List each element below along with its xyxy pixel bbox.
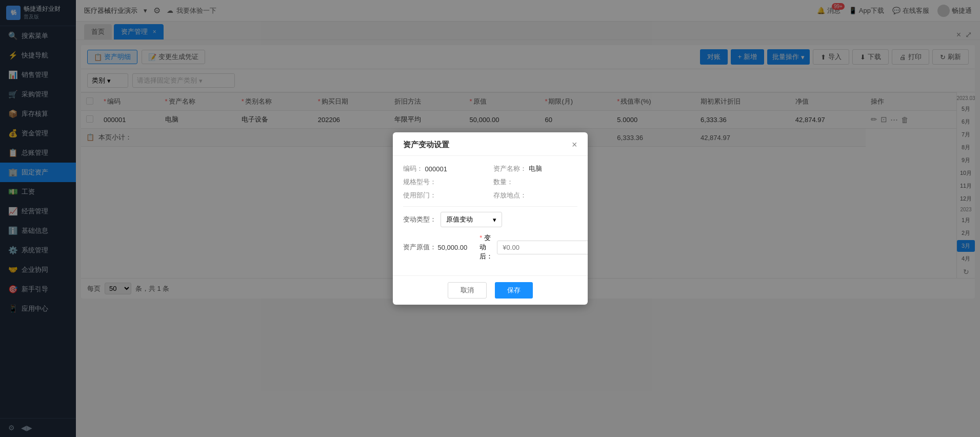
modal-change-type-label: 变动类型： bbox=[403, 215, 436, 224]
modal-quantity-label: 数量： bbox=[493, 177, 513, 187]
modal-value-row: 资产原值： 50,000.00 * 变动后： bbox=[403, 233, 577, 261]
modal-spec-item: 规格型号： bbox=[403, 177, 487, 187]
modal-asset-name-label: 资产名称： bbox=[493, 164, 527, 173]
modal-change-type-select[interactable]: 原值变动 ▾ bbox=[441, 212, 502, 227]
modal-after-label: 变动后： bbox=[479, 234, 493, 260]
modal-body: 编码： 000001 资产名称： 电脑 规格型号： 数量： 使用部门： bbox=[393, 156, 588, 275]
modal-quantity-item: 数量： bbox=[493, 177, 577, 187]
required-star: * bbox=[479, 234, 482, 242]
modal-dept-item: 使用部门： bbox=[403, 191, 487, 200]
modal-code-label: 编码： bbox=[403, 164, 423, 173]
change-type-chevron: ▾ bbox=[493, 216, 496, 224]
modal-info-grid: 编码： 000001 资产名称： 电脑 规格型号： 数量： 使用部门： bbox=[403, 164, 577, 200]
modal-after-input[interactable] bbox=[497, 241, 587, 254]
modal-code-item: 编码： 000001 bbox=[403, 164, 487, 173]
modal-location-item: 存放地点： bbox=[493, 191, 577, 200]
modal-original-label: 资产原值： bbox=[403, 243, 434, 252]
modal-change-type-row: 变动类型： 原值变动 ▾ bbox=[403, 212, 577, 227]
modal-original-value: 50,000.00 bbox=[438, 244, 468, 251]
modal-required-mark: * 变动后： bbox=[479, 233, 493, 261]
modal-overlay: 资产变动设置 × 编码： 000001 资产名称： 电脑 规格型号： 数量： bbox=[0, 0, 980, 437]
modal-footer: 取消 保存 bbox=[393, 275, 588, 305]
modal-asset-name-value: 电脑 bbox=[529, 164, 542, 173]
save-button[interactable]: 保存 bbox=[495, 282, 533, 299]
cancel-button[interactable]: 取消 bbox=[448, 282, 487, 299]
modal-location-label: 存放地点： bbox=[493, 191, 527, 200]
modal-divider bbox=[403, 206, 577, 207]
change-type-value: 原值变动 bbox=[446, 215, 473, 224]
modal-close-btn[interactable]: × bbox=[572, 140, 577, 150]
modal-dept-label: 使用部门： bbox=[403, 191, 436, 200]
asset-change-modal: 资产变动设置 × 编码： 000001 资产名称： 电脑 规格型号： 数量： bbox=[393, 132, 588, 305]
modal-asset-name-item: 资产名称： 电脑 bbox=[493, 164, 577, 173]
modal-header: 资产变动设置 × bbox=[393, 132, 588, 156]
modal-spec-label: 规格型号： bbox=[403, 177, 436, 187]
modal-title: 资产变动设置 bbox=[403, 140, 449, 150]
modal-code-value: 000001 bbox=[425, 165, 447, 173]
